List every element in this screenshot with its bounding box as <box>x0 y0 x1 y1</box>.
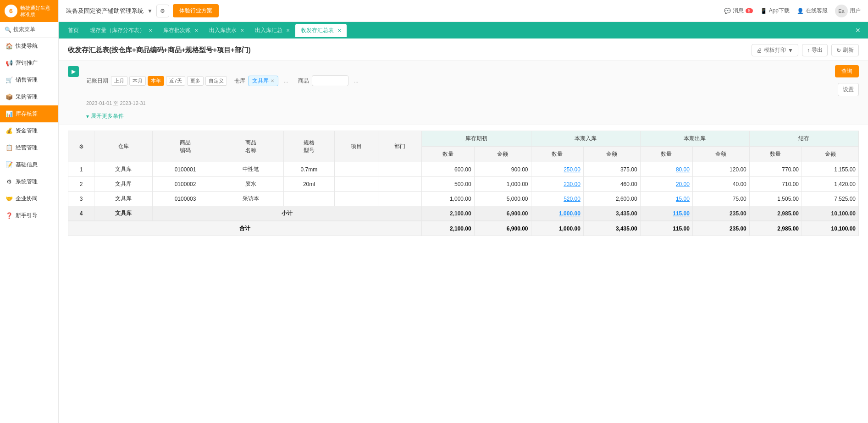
sidebar-item-finance[interactable]: 💰 资金管理 <box>0 122 58 139</box>
sidebar-item-sales[interactable]: 🛒 销售管理 <box>0 71 58 88</box>
subtotal-in-qty[interactable]: 1,000.00 <box>531 206 583 221</box>
tab-batch-close[interactable]: ✕ <box>194 28 198 33</box>
print-button[interactable]: 🖨 模板打印 ▼ <box>752 44 798 56</box>
table-row: 1 文具库 0100001 中性笔 0.7mm 600.00 900.00 25… <box>68 162 859 177</box>
purchase-icon: 📦 <box>6 93 13 101</box>
settings-button[interactable]: 设置 <box>838 83 859 96</box>
tab-stock-dist-close[interactable]: ✕ <box>149 28 152 33</box>
row1-in-qty[interactable]: 250.00 <box>531 162 583 177</box>
row3-in-amt: 2,600.00 <box>583 192 640 206</box>
date-btn-custom[interactable]: 自定义 <box>205 76 227 86</box>
goods-filter-item: 商品 ... <box>298 75 361 86</box>
row1-spec: 0.7mm <box>283 162 334 177</box>
subtotal-open-qty: 2,100.00 <box>422 206 474 221</box>
system-name: 装备及固定资产辅助管理系统 <box>66 7 144 15</box>
row1-out-qty[interactable]: 80.00 <box>640 162 692 177</box>
warehouse-tag-close[interactable]: ✕ <box>271 78 274 83</box>
gear-button[interactable]: ⚙ <box>156 5 169 17</box>
gear-icon: ⚙ <box>160 8 165 14</box>
subtotal-open-amt: 6,900.00 <box>474 206 531 221</box>
page-title: 收发存汇总表(按仓库+商品编码+商品+规格型号+项目+部门) <box>68 46 251 55</box>
row1-open-qty: 600.00 <box>422 162 474 177</box>
message-button[interactable]: 💬 消息 6 <box>724 7 753 15</box>
row1-in-amt: 375.00 <box>583 162 640 177</box>
row3-in-qty[interactable]: 520.00 <box>531 192 583 206</box>
sidebar-item-base-info[interactable]: 📝 基础信息 <box>0 156 58 173</box>
row1-warehouse: 文具库 <box>94 162 153 177</box>
row2-in-qty[interactable]: 230.00 <box>531 177 583 192</box>
tab-stock-dist-label: 现存量（库存分布表） <box>90 27 145 34</box>
sidebar-item-purchase[interactable]: 📦 采购管理 <box>0 88 58 105</box>
row1-code: 0100001 <box>153 162 218 177</box>
row3-open-qty: 1,000.00 <box>422 192 474 206</box>
goods-input[interactable] <box>312 75 348 86</box>
tab-inout-flow[interactable]: 出入库流水 ✕ <box>204 24 249 37</box>
sidebar-item-quick-nav[interactable]: 🏠 快捷导航 <box>0 38 58 55</box>
system-dropdown[interactable]: ▼ <box>147 8 153 14</box>
tab-home[interactable]: 首页 <box>62 24 84 37</box>
sidebar-item-inventory[interactable]: 📊 库存核算 <box>0 105 58 122</box>
row3-no: 3 <box>68 192 94 206</box>
col-warehouse-header: 仓库 <box>94 131 153 162</box>
main-area: 装备及固定资产辅助管理系统 ▼ ⚙ 体验行业方案 💬 消息 6 📱 App下载 … <box>59 0 868 423</box>
row3-goods: 采访本 <box>218 192 283 206</box>
tab-collect-summary[interactable]: 收发存汇总表 ✕ <box>295 24 347 37</box>
sidebar-item-guide[interactable]: ❓ 新手引导 <box>0 207 58 224</box>
query-button[interactable]: 查询 <box>835 65 859 77</box>
row1-out-amt: 120.00 <box>692 162 749 177</box>
sidebar-item-system[interactable]: ⚙ 系统管理 <box>0 173 58 190</box>
sidebar-item-search[interactable]: 🔍 搜索菜单 <box>0 22 58 38</box>
warehouse-more-button[interactable]: ... <box>281 77 291 84</box>
user-menu[interactable]: Ea 用户 <box>835 5 861 17</box>
sidebar-item-operations[interactable]: 📋 经营管理 <box>0 139 58 156</box>
subtotal-warehouse: 文具库 <box>94 206 153 221</box>
trial-button[interactable]: 体验行业方案 <box>173 4 219 17</box>
col-close-qty-header: 数量 <box>749 147 802 162</box>
sidebar-item-enterprise[interactable]: 🤝 企业协同 <box>0 190 58 207</box>
row2-out-qty[interactable]: 20.00 <box>640 177 692 192</box>
export-button[interactable]: ↑ 导出 <box>802 44 828 56</box>
table-settings-header[interactable]: ⚙ <box>68 131 94 162</box>
refresh-button[interactable]: ↻ 刷新 <box>831 44 859 56</box>
tab-batch[interactable]: 库存批次账 ✕ <box>158 24 204 37</box>
date-btn-this-year[interactable]: 本年 <box>148 76 164 86</box>
row3-out-qty[interactable]: 15.00 <box>640 192 692 206</box>
col-in-qty-header: 数量 <box>531 147 583 162</box>
online-service-button[interactable]: 👤 在线客服 <box>797 7 828 15</box>
table-container: ⚙ 仓库 商品编码 商品名称 规格型号 项目 部门 库存期初 本期入库 本期出库… <box>59 131 868 245</box>
date-btn-7days[interactable]: 近7天 <box>166 76 185 86</box>
row1-close-qty: 770.00 <box>749 162 802 177</box>
goods-more-button[interactable]: ... <box>351 77 361 84</box>
date-shortcuts: 上月 本月 本年 近7天 更多 自定义 <box>111 76 227 86</box>
tab-inout-flow-close[interactable]: ✕ <box>240 28 244 33</box>
tab-home-label: 首页 <box>68 27 79 34</box>
filter-toggle-button[interactable]: ▶ <box>68 66 79 77</box>
tab-stock-dist[interactable]: 现存量（库存分布表） ✕ <box>84 24 158 37</box>
row3-close-qty: 1,505.00 <box>749 192 802 206</box>
subtotal-no: 4 <box>68 206 94 221</box>
subtotal-out-qty[interactable]: 115.00 <box>640 206 692 221</box>
col-project-header: 项目 <box>334 131 378 162</box>
date-filter-item: 记账日期 上月 本月 本年 近7天 更多 自定义 <box>86 76 227 86</box>
date-btn-this-month[interactable]: 本月 <box>129 76 146 86</box>
row3-out-amt: 75.00 <box>692 192 749 206</box>
col-dept-header: 部门 <box>378 131 422 162</box>
tabbar-close-button[interactable]: ✕ <box>851 27 864 34</box>
subtotal-in-amt: 3,435.00 <box>583 206 640 221</box>
warehouse-filter-item: 仓库 文具库 ✕ ... <box>234 76 291 86</box>
expand-conditions-button[interactable]: ▾ 展开更多条件 <box>86 112 859 120</box>
tab-inout-summary[interactable]: 出入库汇总 ✕ <box>249 24 295 37</box>
date-btn-last-month[interactable]: 上月 <box>111 76 127 86</box>
operations-icon: 📋 <box>6 144 13 152</box>
tab-inout-summary-close[interactable]: ✕ <box>286 28 290 33</box>
date-btn-more[interactable]: 更多 <box>187 76 204 86</box>
sidebar: 6 畅捷通好生意 标准版 🔍 搜索菜单 🏠 快捷导航 📢 营销推广 🛒 销售管理… <box>0 0 59 423</box>
mobile-icon: 📱 <box>760 8 767 14</box>
row1-project <box>334 162 378 177</box>
row2-close-amt: 1,420.00 <box>802 177 859 192</box>
row2-dept <box>378 177 422 192</box>
sidebar-item-marketing[interactable]: 📢 营销推广 <box>0 55 58 71</box>
col-closing-header: 结存 <box>749 131 858 147</box>
tab-collect-summary-close[interactable]: ✕ <box>337 28 341 33</box>
app-download-button[interactable]: 📱 App下载 <box>760 7 790 15</box>
